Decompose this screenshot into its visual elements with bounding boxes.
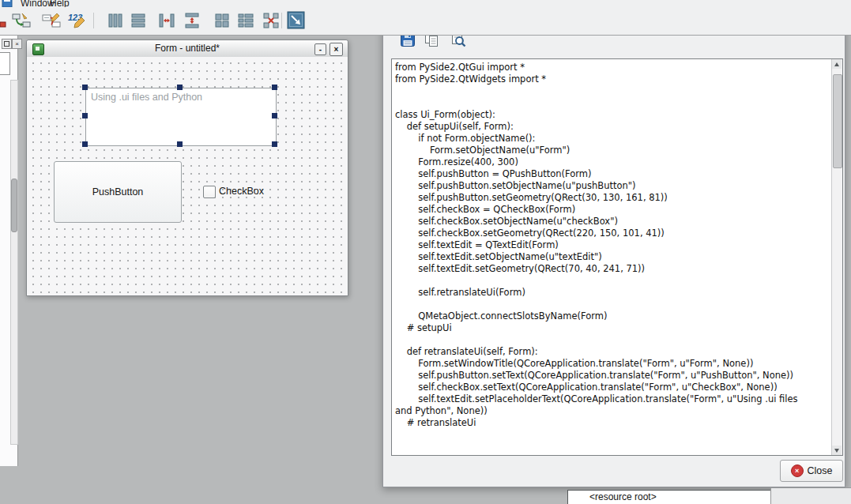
selection-handle-top-center[interactable] <box>177 85 183 90</box>
lay-out-vertically-in-splitter-icon[interactable] <box>182 10 202 31</box>
resource-root-item[interactable]: <resource root> <box>567 490 790 504</box>
toolbar-separator <box>281 13 282 28</box>
code-text[interactable]: from PySide2.QtGui import * from PySide2… <box>392 59 832 455</box>
checkbox-widget[interactable] <box>203 186 216 198</box>
widget-filter-input[interactable] <box>0 52 10 75</box>
break-layout-icon[interactable] <box>261 10 281 31</box>
checkbox-label[interactable]: CheckBox <box>219 186 264 197</box>
scroll-down-icon[interactable] <box>832 446 842 455</box>
edit-buddies-icon[interactable] <box>41 10 62 31</box>
float-icon <box>4 41 9 47</box>
selection-handle-bottom-center[interactable] <box>177 141 183 147</box>
lay-out-vertically-icon[interactable] <box>128 10 149 31</box>
selection-handle-mid-left[interactable] <box>82 113 88 118</box>
dock-scrollbar[interactable] <box>10 80 18 445</box>
form-window-title: Form - untitled* <box>27 43 348 54</box>
textedit-placeholder: Using .ui files and Python <box>91 92 202 103</box>
selection-handle-bottom-left[interactable] <box>82 141 88 147</box>
dock-float-button[interactable] <box>2 39 12 49</box>
selection-handle-top-left[interactable] <box>82 85 88 90</box>
edit-widgets-icon[interactable] <box>0 10 7 31</box>
dialog-close-icon: × <box>791 465 804 477</box>
selection-handle-bottom-right[interactable] <box>272 141 277 147</box>
close-button[interactable]: × Close <box>780 460 843 482</box>
dock-close-icon: × <box>15 41 19 47</box>
menubar: Window Help <box>0 0 851 7</box>
qt-designer-window: Window Help 123 <box>0 0 851 504</box>
code-view[interactable]: from PySide2.QtGui import * from PySide2… <box>391 58 843 456</box>
selection-handle-mid-right[interactable] <box>272 113 277 118</box>
code-scrollbar-thumb[interactable] <box>833 74 842 168</box>
lay-out-in-a-form-layout-icon[interactable] <box>235 10 256 31</box>
edit-tab-order-icon[interactable]: 123 <box>66 10 87 31</box>
scroll-up-icon[interactable] <box>832 59 842 69</box>
lay-out-horizontally-icon[interactable] <box>105 10 126 31</box>
app-icon <box>2 0 14 7</box>
minimize-button[interactable]: - <box>314 43 326 55</box>
dock-close-button[interactable]: × <box>12 39 22 49</box>
pushbutton-widget[interactable]: PushButton <box>54 161 182 223</box>
menu-help[interactable]: Help <box>50 0 70 7</box>
toolbar-separator <box>93 13 94 28</box>
resource-side-panel <box>770 487 851 504</box>
code-scrollbar[interactable] <box>831 59 842 455</box>
dock-scrollbar-thumb[interactable] <box>11 179 17 232</box>
form-editor-window: Form - untitled* - × Using .ui files and… <box>26 39 348 296</box>
edit-signals-slots-icon[interactable] <box>11 10 32 31</box>
close-button-label: Close <box>808 465 833 476</box>
lay-out-in-a-grid-icon[interactable] <box>212 10 232 31</box>
lay-out-horizontally-in-splitter-icon[interactable] <box>156 10 177 31</box>
code-preview-dialog: from PySide2.QtGui import * from PySide2… <box>382 22 845 487</box>
adjust-size-icon[interactable] <box>286 10 307 31</box>
main-toolbar: 123 <box>0 7 851 36</box>
close-window-button[interactable]: × <box>329 43 343 56</box>
selection-handle-top-right[interactable] <box>272 85 277 90</box>
form-window-titlebar[interactable]: Form - untitled* - × <box>27 40 348 58</box>
textedit-widget[interactable]: Using .ui files and Python <box>85 88 277 146</box>
form-canvas[interactable]: Using .ui files and Python PushButton Ch… <box>27 57 348 295</box>
